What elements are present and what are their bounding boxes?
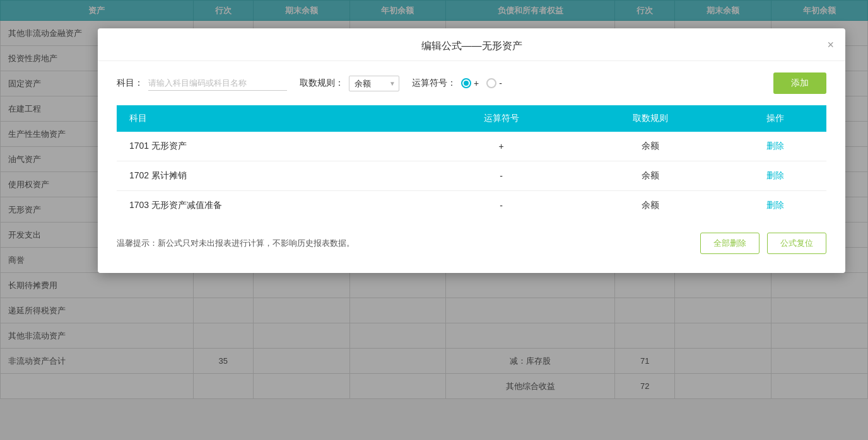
subject-input[interactable] (148, 76, 287, 91)
delete-row-button[interactable]: 删除 (766, 141, 784, 151)
radio-minus-label: - (499, 78, 502, 88)
rule-group: 取数规则： 余额 借方 贷方 ▼ (300, 76, 399, 91)
subject-label: 科目： (117, 78, 143, 89)
cell-subject: 1703 无形资产减值准备 (117, 191, 426, 221)
cell-rule: 余额 (576, 161, 725, 191)
cell-rule: 余额 (576, 191, 725, 221)
formula-form: 科目： 取数规则： 余额 借方 贷方 ▼ 运算符号： + (98, 61, 845, 105)
radio-plus-label: + (474, 78, 479, 88)
table-header-subject: 科目 (117, 105, 426, 132)
cell-action: 删除 (725, 132, 826, 161)
add-button[interactable]: 添加 (773, 72, 826, 94)
modal-header: 编辑公式——无形资产 × (98, 28, 845, 61)
subject-group: 科目： (117, 76, 287, 91)
reset-button[interactable]: 公式复位 (767, 233, 826, 254)
rule-select-container: 余额 借方 贷方 ▼ (349, 76, 399, 91)
radio-minus[interactable]: - (486, 78, 502, 88)
table-header-operator: 运算符号 (426, 105, 575, 132)
delete-row-button[interactable]: 删除 (766, 170, 784, 180)
table-row: 1703 无形资产减值准备-余额删除 (117, 191, 826, 221)
table-header-rule: 取数规则 (576, 105, 725, 132)
rule-select[interactable]: 余额 借方 贷方 (349, 76, 399, 91)
footer-buttons: 全部删除 公式复位 (700, 233, 826, 254)
cell-operator: - (426, 191, 575, 221)
radio-minus-circle (486, 78, 496, 88)
cell-action: 删除 (725, 161, 826, 191)
data-table-wrapper: 科目 运算符号 取数规则 操作 1701 无形资产+余额删除1702 累计摊销-… (98, 105, 845, 220)
table-row: 1701 无形资产+余额删除 (117, 132, 826, 161)
footer-tip: 温馨提示：新公式只对未出报表进行计算，不影响历史报表数据。 (117, 238, 355, 249)
operator-group: 运算符号： + - (412, 78, 502, 89)
cell-subject: 1701 无形资产 (117, 132, 426, 161)
rule-label: 取数规则： (300, 78, 344, 89)
modal-footer: 温馨提示：新公式只对未出报表进行计算，不影响历史报表数据。 全部删除 公式复位 (98, 220, 845, 254)
cell-subject: 1702 累计摊销 (117, 161, 426, 191)
radio-plus-circle (461, 78, 471, 88)
radio-plus[interactable]: + (461, 78, 479, 88)
table-row: 1702 累计摊销-余额删除 (117, 161, 826, 191)
formula-table: 科目 运算符号 取数规则 操作 1701 无形资产+余额删除1702 累计摊销-… (117, 105, 826, 220)
modal-title: 编辑公式——无形资产 (421, 40, 522, 53)
delete-row-button[interactable]: 删除 (766, 200, 784, 210)
modal-dialog: 编辑公式——无形资产 × 科目： 取数规则： 余额 借方 贷方 ▼ 运算符号： (98, 28, 845, 273)
cell-operator: - (426, 161, 575, 191)
table-header-action: 操作 (725, 105, 826, 132)
delete-all-button[interactable]: 全部删除 (700, 233, 760, 254)
operator-radio-group: + - (461, 78, 502, 88)
cell-action: 删除 (725, 191, 826, 221)
cell-rule: 余额 (576, 132, 725, 161)
modal-close-button[interactable]: × (827, 39, 834, 50)
operator-label: 运算符号： (412, 78, 456, 89)
cell-operator: + (426, 132, 575, 161)
